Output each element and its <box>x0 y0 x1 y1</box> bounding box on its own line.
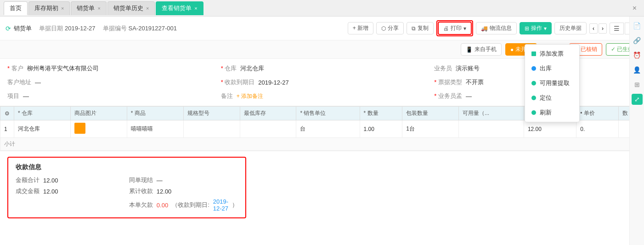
ops-label: 操作 <box>531 24 542 32</box>
due-value: 0.00 <box>157 202 168 209</box>
print-icon: 🖨 <box>443 25 449 32</box>
sidebar-expand-icon[interactable]: ⤢ <box>632 94 643 105</box>
tab-sales-order-close[interactable]: × <box>97 6 100 11</box>
view-list-button[interactable]: ☰ <box>610 23 624 34</box>
dropdown-overlay: 添加发票 出库 可用量提取 定位 刷新 <box>525 44 580 122</box>
customer-label: 客户 <box>7 64 23 73</box>
payment-date-value: 2019-12-27 <box>258 79 289 86</box>
table-row: 1 河北仓库 嘻嘻嘻嘻 台 1.00 1台 12.00 0. <box>0 120 644 138</box>
next-button[interactable]: › <box>599 23 607 34</box>
employee-value: 演示账号 <box>456 64 480 73</box>
print-highlight-box: 🖨 打印 ▾ <box>436 20 473 36</box>
th-unit: * 销售单位 <box>296 107 360 120</box>
ops-icon: ⊞ <box>525 25 529 32</box>
doc-title: ⟳ 销货单 <box>6 24 32 33</box>
refresh-label: 刷新 <box>540 108 552 117</box>
project-row: 项目 — <box>7 92 210 100</box>
app-container: 首页 库存期初 × 销货单 × 销货单历史 × 查看销货单 × × ⟳ 销货单 <box>0 0 644 245</box>
dropdown-menu: 添加发票 出库 可用量提取 定位 刷新 <box>525 44 580 122</box>
doc-header: ⟳ 销货单 单据日期 2019-12-27 单据编号 SA-20191227-0… <box>0 17 644 40</box>
total-amount-group: 金额合计 12.00 成交金额 12.00 <box>16 176 118 212</box>
sidebar-grid-icon[interactable]: ⊞ <box>632 79 643 90</box>
note-label: 备注 <box>221 92 233 100</box>
new-button[interactable]: + 新增 <box>348 22 373 34</box>
share-label: 分享 <box>388 24 399 32</box>
th-min-stock: 最低库存 <box>240 107 296 120</box>
sidebar-history-icon[interactable]: ⏰ <box>632 50 643 61</box>
project-label: 项目 <box>7 92 19 100</box>
tab-view-sales[interactable]: 查看销货单 × <box>156 1 203 15</box>
from-phone-label: 来自手机 <box>475 46 497 53</box>
dropdown-locate[interactable]: 定位 <box>525 91 579 105</box>
close-all-button[interactable]: × <box>629 2 640 14</box>
tab-home-label: 首页 <box>10 4 22 12</box>
td-qty: 1.00 <box>360 120 402 138</box>
sales-order-icon: ⟳ <box>6 25 11 32</box>
dropdown-outbound[interactable]: 出库 <box>525 61 579 76</box>
copy-button[interactable]: ⧉ 复制 <box>407 22 434 34</box>
td-product-img <box>70 120 127 138</box>
right-sidebar: 📄 🔗 ⏰ 👤 ⊞ ⤢ <box>629 17 644 245</box>
refresh-icon <box>531 110 536 115</box>
due-note-end: ） <box>232 201 238 209</box>
tab-home[interactable]: 首页 <box>4 1 28 15</box>
td-no: 1 <box>0 120 14 138</box>
tab-view-sales-close[interactable]: × <box>194 6 197 11</box>
td-current: 12.00 <box>524 120 576 138</box>
dropdown-add-invoice[interactable]: 添加发票 <box>525 46 579 61</box>
tab-sales-order[interactable]: 销货单 × <box>71 1 106 15</box>
payment-grid: 金额合计 12.00 成交金额 12.00 同单现结 — 累计收款 <box>16 176 238 212</box>
due-date: 2019-12-27 <box>213 198 228 212</box>
employee-label: 业务员 <box>434 64 452 73</box>
tab-sales-order-label: 销货单 <box>77 4 95 12</box>
history-label: 历史单据 <box>559 24 582 32</box>
dropdown-available-pickup[interactable]: 可用量提取 <box>525 76 579 91</box>
ops-button[interactable]: ⊞ 操作 ▾ <box>520 22 552 34</box>
total-amount-label: 金额合计 <box>16 176 40 184</box>
payment-date-row: 收款到期日 2019-12-27 <box>221 78 424 86</box>
same-order-label: 同单现结 <box>129 176 153 184</box>
payment-section: 收款信息 金额合计 12.00 成交金额 12.00 同单现结 — <box>7 157 246 218</box>
accumulated-row: 累计收款 12.00 <box>129 187 238 195</box>
due-label: 本单欠款 <box>129 201 153 209</box>
sidebar-link-icon[interactable]: 🔗 <box>632 35 643 46</box>
warehouse-value: 河北仓库 <box>240 64 264 73</box>
tab-sales-history[interactable]: 销货单历史 × <box>107 1 155 15</box>
td-spec <box>183 120 240 138</box>
tab-sales-history-close[interactable]: × <box>146 6 149 11</box>
warehouse-label: 仓库 <box>221 64 237 73</box>
add-note-button[interactable]: + 添加备注 <box>237 92 263 100</box>
available-pickup-icon <box>531 81 536 85</box>
tab-inventory-close[interactable]: × <box>61 6 64 11</box>
subtotal-row: 小计 <box>0 138 644 151</box>
th-pack-qty: 包装数量 <box>402 107 459 120</box>
th-qty: * 数量 <box>360 107 402 120</box>
print-button[interactable]: 🖨 打印 ▾ <box>438 22 472 35</box>
copy-icon: ⧉ <box>412 25 416 32</box>
share-icon: ⬡ <box>381 25 386 32</box>
logistics-icon: 🚚 <box>481 25 488 32</box>
logistics-button[interactable]: 🚚 物流信息 <box>476 22 517 34</box>
from-phone-button[interactable]: 📱 来自手机 <box>461 43 502 56</box>
total-amount-value: 12.00 <box>43 177 58 184</box>
address-row: 客户地址 — <box>7 78 210 86</box>
phone-icon: 📱 <box>466 46 473 53</box>
history-button[interactable]: 历史单据 <box>554 22 587 34</box>
prev-button[interactable]: ‹ <box>589 23 598 34</box>
address-label: 客户地址 <box>7 78 31 86</box>
tab-inventory-init[interactable]: 库存期初 × <box>28 1 70 15</box>
transaction-value: 12.00 <box>43 188 58 195</box>
same-order-row: 同单现结 — <box>129 176 238 184</box>
add-note-label: + 添加备注 <box>237 92 263 100</box>
share-button[interactable]: ⬡ 分享 <box>376 22 404 34</box>
sales-rep-label: 业务员孟 <box>434 92 462 100</box>
sidebar-user-icon[interactable]: 👤 <box>632 64 643 75</box>
print-dropdown-arrow[interactable]: ▾ <box>463 25 466 32</box>
doc-no-value: SA-20191227-001 <box>129 25 177 32</box>
payment-date-label: 收款到期日 <box>221 78 255 86</box>
th-warehouse: * 仓库 <box>14 107 71 120</box>
sidebar-document-icon[interactable]: 📄 <box>632 20 643 31</box>
right-payment-group: 同单现结 — 累计收款 12.00 本单欠款 0.00 （收款到期日: 2019… <box>129 176 238 212</box>
available-pickup-label: 可用量提取 <box>540 79 570 87</box>
dropdown-refresh[interactable]: 刷新 <box>525 105 579 120</box>
